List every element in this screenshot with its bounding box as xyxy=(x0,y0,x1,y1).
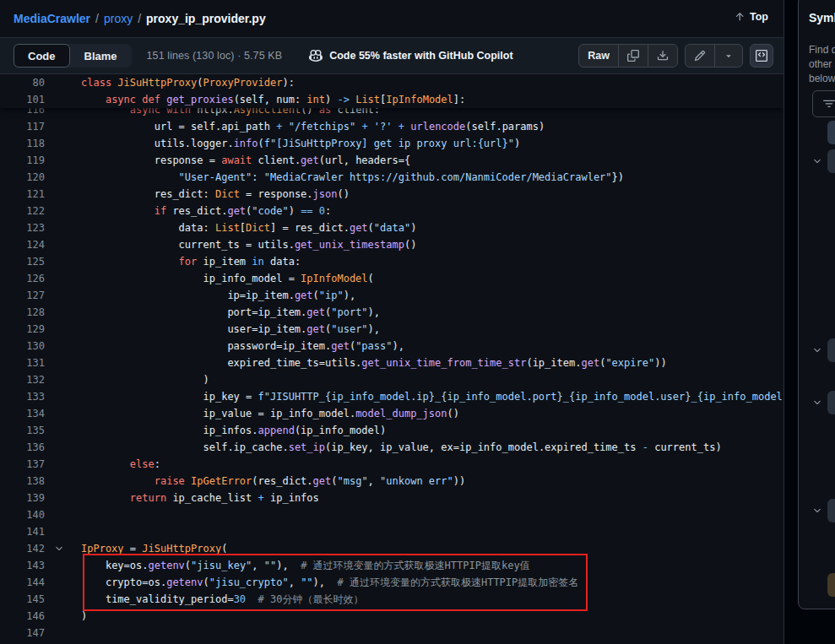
code-viewer: 116 async with httpx.AsyncClient() as cl… xyxy=(0,74,783,644)
copy-icon xyxy=(627,50,639,62)
edit-button[interactable] xyxy=(686,45,714,67)
line-number[interactable]: 127 xyxy=(0,287,45,304)
symbol-list-item[interactable] xyxy=(827,573,835,597)
line-number[interactable]: 146 xyxy=(0,608,45,625)
code-text: response = await client.get(url, headers… xyxy=(81,152,783,169)
symbols-description-line: other symbols in this file by clicking a… xyxy=(809,57,835,72)
code-line: 142IpProxy = JiSuHttpProxy( xyxy=(0,540,783,557)
breadcrumb-folder-link[interactable]: proxy xyxy=(104,12,133,25)
fold-toggle[interactable] xyxy=(45,540,81,557)
line-number[interactable]: 132 xyxy=(0,371,45,388)
sticky-scope-lines: 80class JiSuHttpProxy(ProxyProvider):101… xyxy=(0,74,783,108)
line-number[interactable]: 124 xyxy=(0,236,45,253)
line-number[interactable]: 118 xyxy=(0,135,45,152)
line-number[interactable]: 145 xyxy=(0,591,45,608)
symbol-list-item[interactable] xyxy=(827,338,835,362)
code-text: ip_value = ip_info_model.model_dump_json… xyxy=(81,405,783,422)
line-number[interactable]: 80 xyxy=(0,74,45,91)
tab-blame[interactable]: Blame xyxy=(70,44,132,68)
line-number[interactable]: 135 xyxy=(0,422,45,439)
code-text: port=ip_item.get("port"), xyxy=(81,304,783,321)
code-text: res_dict: Dict = response.json() xyxy=(81,186,783,203)
code-text: time_validity_period=30 # 30分钟（最长时效） xyxy=(81,591,783,608)
line-number[interactable]: 122 xyxy=(0,203,45,219)
breadcrumb-repo-link[interactable]: MediaCrawler xyxy=(14,12,90,25)
copy-button[interactable] xyxy=(618,45,648,67)
line-number[interactable]: 143 xyxy=(0,557,45,574)
code-line: 124 current_ts = utils.get_unix_timestam… xyxy=(0,236,783,253)
chevron-down-icon xyxy=(54,544,64,554)
line-number[interactable]: 137 xyxy=(0,456,45,473)
line-number[interactable]: 129 xyxy=(0,321,45,338)
line-number[interactable]: 128 xyxy=(0,304,45,321)
line-number[interactable]: 120 xyxy=(0,169,45,186)
line-number[interactable]: 144 xyxy=(0,574,45,591)
line-number[interactable]: 141 xyxy=(0,523,45,540)
code-text: expired_time_ts=utils.get_unix_time_from… xyxy=(81,354,783,371)
toolbar-actions: Raw xyxy=(578,44,773,68)
code-line: 147 xyxy=(0,625,783,641)
tab-code[interactable]: Code xyxy=(14,44,70,68)
symbol-list-item[interactable] xyxy=(827,149,835,173)
symbol-expand-chevron[interactable] xyxy=(812,396,826,409)
code-text: ) xyxy=(81,608,783,625)
line-number[interactable]: 119 xyxy=(0,152,45,169)
fold-slot xyxy=(45,321,81,338)
symbol-expand-chevron[interactable] xyxy=(812,504,826,517)
symbol-expand-chevron[interactable] xyxy=(812,344,826,357)
file-view-card: MediaCrawler / proxy / proxy_ip_provider… xyxy=(0,0,784,644)
line-number[interactable]: 125 xyxy=(0,253,45,270)
fold-slot xyxy=(45,219,81,236)
line-number[interactable]: 134 xyxy=(0,405,45,422)
line-number[interactable]: 123 xyxy=(0,219,45,236)
line-number[interactable]: 130 xyxy=(0,338,45,354)
line-number[interactable]: 140 xyxy=(0,506,45,523)
symbol-list-item[interactable] xyxy=(827,391,835,414)
code-text: password=ip_item.get("pass"), xyxy=(81,338,783,354)
fold-slot xyxy=(45,287,81,304)
line-number[interactable]: 147 xyxy=(0,625,45,641)
code-text: url = self.api_path + "/fetchips" + '?' … xyxy=(81,118,783,135)
line-number[interactable]: 139 xyxy=(0,490,45,506)
fold-slot xyxy=(45,152,81,169)
symbols-panel-toggle-button[interactable] xyxy=(750,44,773,68)
chevron-down-icon xyxy=(812,345,822,355)
line-number[interactable]: 136 xyxy=(0,439,45,456)
file-meta-info: 151 lines (130 loc) · 5.75 KB xyxy=(147,50,283,62)
code-line: 129 user=ip_item.get("user"), xyxy=(0,321,783,338)
edit-dropdown-button[interactable] xyxy=(714,45,742,67)
line-number[interactable]: 138 xyxy=(0,473,45,490)
code-text: raise IpGetError(res_dict.get("msg", "un… xyxy=(81,473,783,490)
back-to-top-link[interactable]: Top xyxy=(734,11,768,23)
code-line: 127 ip=ip_item.get("ip"), xyxy=(0,287,783,304)
code-text: for ip_item in data: xyxy=(81,253,783,270)
code-lines: 116 async with httpx.AsyncClient() as cl… xyxy=(0,74,783,641)
code-text: user=ip_item.get("user"), xyxy=(81,321,783,338)
symbols-filter-button[interactable] xyxy=(812,90,835,117)
line-number[interactable]: 133 xyxy=(0,388,45,405)
edit-button-group xyxy=(685,44,743,68)
symbol-list-item[interactable] xyxy=(827,499,835,522)
code-line: 134 ip_value = ip_info_model.model_dump_… xyxy=(0,405,783,422)
code-line: 137 else: xyxy=(0,456,783,473)
line-number[interactable]: 117 xyxy=(0,118,45,135)
code-line: 139 return ip_cache_list + ip_infos xyxy=(0,490,783,506)
line-number[interactable]: 121 xyxy=(0,186,45,203)
symbol-expand-chevron[interactable] xyxy=(812,154,826,168)
line-number[interactable]: 126 xyxy=(0,270,45,287)
line-number[interactable]: 142 xyxy=(0,540,45,557)
line-number[interactable]: 131 xyxy=(0,354,45,371)
code-text: async def get_proxies(self, num: int) ->… xyxy=(81,91,783,108)
breadcrumb-separator: / xyxy=(95,12,99,25)
code-text xyxy=(81,523,783,540)
raw-button[interactable]: Raw xyxy=(579,45,618,67)
code-line: 80class JiSuHttpProxy(ProxyProvider): xyxy=(0,74,783,91)
line-number[interactable]: 101 xyxy=(0,91,45,108)
copilot-banner-text: Code 55% faster with GitHub Copilot xyxy=(329,50,512,62)
symbol-list-item[interactable] xyxy=(827,121,835,144)
code-text: crypto=os.getenv("jisu_crypto", ""), # 通… xyxy=(81,574,783,591)
code-text: ip_infos.append(ip_info_model) xyxy=(81,422,783,439)
symbols-panel: Symbols Find definitions and references … xyxy=(798,0,835,609)
download-button[interactable] xyxy=(648,45,677,67)
code-line: 135 ip_infos.append(ip_info_model) xyxy=(0,422,783,439)
